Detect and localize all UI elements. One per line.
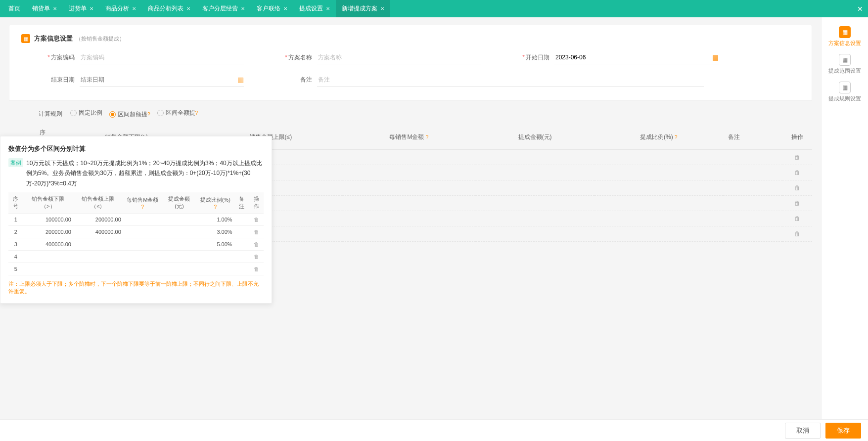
start-date-input[interactable] bbox=[554, 51, 712, 64]
th-col: 备注 bbox=[723, 125, 782, 150]
tooltip-note: 注：上限必须大于下限；多个阶梯时，下一个阶梯下限要等于前一阶梯上限；不同行之间下… bbox=[8, 280, 264, 295]
tooltip-title: 数值分为多个区间分别计算 bbox=[8, 144, 264, 153]
field-plan-name: *方案名称 bbox=[274, 51, 481, 64]
close-icon[interactable]: ✕ bbox=[241, 6, 245, 11]
step-icon: ▦ bbox=[839, 26, 851, 38]
delete-icon[interactable]: 🗑 bbox=[254, 217, 259, 222]
radio-固定比例[interactable]: 固定比例 bbox=[70, 109, 102, 117]
help-icon[interactable]: ? bbox=[675, 134, 678, 140]
delete-icon[interactable]: 🗑 bbox=[794, 169, 800, 176]
step-icon: ▦ bbox=[839, 54, 851, 66]
tab-客户分层经营[interactable]: 客户分层经营✕ bbox=[196, 0, 251, 17]
delete-icon[interactable]: 🗑 bbox=[254, 241, 259, 247]
help-icon[interactable]: ? bbox=[141, 204, 144, 210]
card-title: 方案信息设置 bbox=[34, 34, 73, 43]
close-icon[interactable]: ✕ bbox=[53, 6, 57, 11]
tab-客户联络[interactable]: 客户联络✕ bbox=[251, 0, 293, 17]
nav-step-1[interactable]: ▦提成范围设置 bbox=[828, 54, 861, 75]
help-icon[interactable]: ? bbox=[195, 110, 198, 116]
nav-step-0[interactable]: ▦方案信息设置 bbox=[828, 26, 861, 47]
close-icon[interactable]: ✕ bbox=[326, 6, 330, 11]
table-row: 1100000.00200000.001.00%🗑 bbox=[8, 214, 264, 226]
plan-code-input[interactable] bbox=[80, 51, 244, 64]
example-tooltip: 数值分为多个区间分别计算 案例 10万元以下无提成；10~20万元提成比例为1%… bbox=[0, 136, 272, 304]
th-col: 提成金额(元) bbox=[476, 125, 594, 150]
example-table: 序号销售金额下限（>）销售金额上限（≤）每销售M金额 ?提成金额(元)提成比例(… bbox=[8, 192, 264, 275]
th-col: 提成金额(元) bbox=[162, 192, 196, 214]
tab-销货单[interactable]: 销货单✕ bbox=[26, 0, 63, 17]
table-row: 4🗑 bbox=[8, 251, 264, 263]
radio-区间超额提[interactable]: 区间超额提 ? bbox=[109, 110, 150, 119]
help-icon[interactable]: ? bbox=[147, 112, 150, 117]
delete-icon[interactable]: 🗑 bbox=[254, 266, 259, 272]
close-icon[interactable]: ✕ bbox=[132, 6, 136, 11]
delete-icon[interactable]: 🗑 bbox=[254, 254, 259, 260]
help-icon[interactable]: ? bbox=[214, 204, 217, 210]
radio-区间全额提[interactable]: 区间全额提 ? bbox=[157, 109, 198, 117]
delete-icon[interactable]: 🗑 bbox=[794, 215, 800, 222]
right-step-nav: ▦方案信息设置▦提成范围设置▦提成规则设置 bbox=[821, 17, 868, 419]
help-icon[interactable]: ? bbox=[426, 134, 429, 140]
delete-icon[interactable]: 🗑 bbox=[794, 230, 800, 237]
delete-icon[interactable]: 🗑 bbox=[254, 229, 259, 235]
example-tag: 案例 bbox=[8, 158, 23, 167]
delete-icon[interactable]: 🗑 bbox=[794, 184, 800, 191]
top-tab-bar: 首页销货单✕进货单✕商品分析✕商品分析列表✕客户分层经营✕客户联络✕提成设置✕新… bbox=[0, 0, 868, 17]
plan-name-input[interactable] bbox=[317, 51, 481, 64]
step-icon: ▦ bbox=[839, 82, 851, 93]
table-row: 2200000.00400000.003.00%🗑 bbox=[8, 226, 264, 238]
close-icon[interactable]: ✕ bbox=[90, 6, 93, 11]
th-col: 销售金额上限（≤） bbox=[73, 192, 123, 214]
field-start-date: *开始日期 ▦ bbox=[511, 51, 719, 64]
calc-rule-label: 计算规则 bbox=[39, 110, 62, 118]
table-row: 5🗑 bbox=[8, 263, 264, 275]
tab-新增提成方案[interactable]: 新增提成方案✕ bbox=[336, 0, 390, 17]
end-date-input[interactable] bbox=[80, 73, 237, 86]
tab-商品分析列表[interactable]: 商品分析列表✕ bbox=[142, 0, 196, 17]
delete-icon[interactable]: 🗑 bbox=[794, 200, 800, 207]
table-row: 3400000.005.00%🗑 bbox=[8, 238, 264, 251]
th-col: 提成比例(%) ? bbox=[196, 192, 234, 214]
calendar-icon[interactable]: ▦ bbox=[237, 76, 244, 84]
example-text: 10万元以下无提成；10~20万元提成比例为1%；20~40万提成比例为3%；4… bbox=[26, 158, 264, 188]
tab-进货单[interactable]: 进货单✕ bbox=[63, 0, 99, 17]
plan-info-card: ▦ 方案信息设置 （按销售金额提成） *方案编码 *方案名称 *开始日期 bbox=[9, 25, 812, 101]
tab-商品分析[interactable]: 商品分析✕ bbox=[99, 0, 142, 17]
calendar-icon[interactable]: ▦ bbox=[712, 53, 719, 61]
card-icon: ▦ bbox=[21, 34, 30, 43]
th-col: 序号 bbox=[8, 192, 23, 214]
th-col: 每销售M金额 ? bbox=[123, 192, 162, 214]
th-col: 操作 bbox=[249, 192, 264, 214]
close-all-icon[interactable]: ✕ bbox=[857, 5, 863, 13]
th-col: 每销售M金额 ? bbox=[342, 125, 476, 150]
delete-icon[interactable]: 🗑 bbox=[794, 154, 800, 161]
field-remark: 备注 bbox=[274, 73, 704, 87]
tab-首页[interactable]: 首页 bbox=[2, 0, 26, 17]
close-icon[interactable]: ✕ bbox=[186, 6, 190, 11]
field-plan-code: *方案编码 bbox=[36, 51, 244, 64]
th-col: 备注 bbox=[234, 192, 249, 214]
field-end-date: 结束日期 ▦ bbox=[36, 73, 244, 87]
close-icon[interactable]: ✕ bbox=[380, 6, 384, 11]
th-col: 提成比例(%) ? bbox=[594, 125, 723, 150]
th-col: 销售金额下限（>） bbox=[23, 192, 73, 214]
card-subtitle: （按销售金额提成） bbox=[76, 35, 125, 43]
th-col: 操作 bbox=[782, 125, 812, 150]
tab-提成设置[interactable]: 提成设置✕ bbox=[293, 0, 336, 17]
close-icon[interactable]: ✕ bbox=[283, 6, 287, 11]
remark-input[interactable] bbox=[317, 73, 704, 87]
calc-rule-row: 计算规则 固定比例区间超额提 ?区间全额提 ? bbox=[39, 109, 812, 119]
nav-step-2[interactable]: ▦提成规则设置 bbox=[828, 82, 861, 102]
